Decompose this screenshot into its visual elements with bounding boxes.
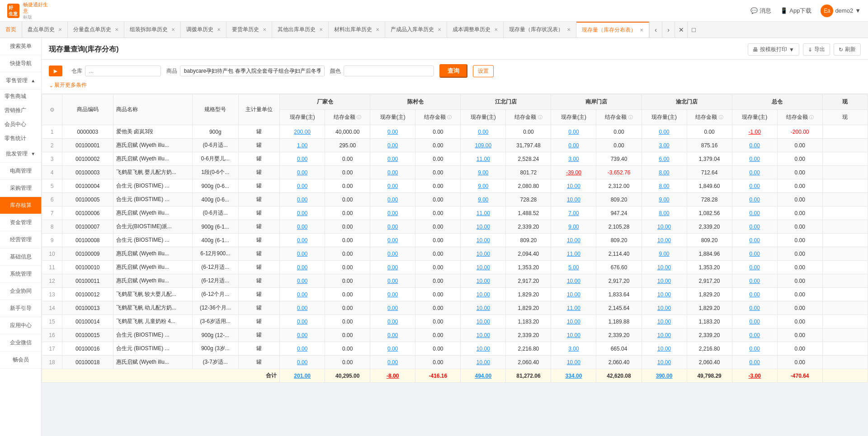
row-f-stock[interactable]: 0.00 xyxy=(280,342,325,356)
row-t-stock[interactable]: 0.00 xyxy=(732,152,777,166)
info-icon[interactable]: ⓘ xyxy=(719,115,723,120)
row-yb-stock[interactable]: 10.00 xyxy=(642,342,687,356)
row-f-stock[interactable]: 0.00 xyxy=(280,288,325,301)
info-icon[interactable]: ⓘ xyxy=(809,115,814,120)
row-t-stock[interactable]: 0.00 xyxy=(732,301,777,315)
info-icon[interactable]: ⓘ xyxy=(447,115,452,120)
row-t-stock[interactable]: 0.00 xyxy=(732,356,777,369)
tab-3[interactable]: 组装拆卸单历史 ✕ xyxy=(124,22,181,38)
tab-close-all-btn[interactable]: ✕ xyxy=(675,22,687,38)
row-c-stock[interactable]: 0.00 xyxy=(370,274,415,288)
tab-close-icon[interactable]: ✕ xyxy=(58,27,62,32)
tab-close-icon[interactable]: ✕ xyxy=(494,27,498,32)
sidebar-item-search[interactable]: 搜索英单 xyxy=(0,38,41,55)
tab-close-icon[interactable]: ✕ xyxy=(640,28,643,33)
row-na-stock[interactable]: 5.00 xyxy=(551,261,596,274)
row-jb-stock[interactable]: 10.00 xyxy=(461,315,506,328)
row-jb-stock[interactable]: 0.00 xyxy=(461,125,506,139)
color-input[interactable] xyxy=(344,66,434,76)
row-c-stock[interactable]: 0.00 xyxy=(370,288,415,301)
row-t-stock[interactable]: 0.00 xyxy=(732,315,777,328)
row-jb-stock[interactable]: 10.00 xyxy=(461,220,506,234)
row-yb-stock[interactable]: 0.00 xyxy=(642,125,687,139)
summary-na-stock[interactable]: 334.00 xyxy=(551,369,596,383)
row-f-stock[interactable]: 1.00 xyxy=(280,139,325,152)
sidebar-item-ecommerce[interactable]: 电商管理 xyxy=(0,163,41,180)
row-c-stock[interactable]: 0.00 xyxy=(370,315,415,328)
row-yb-stock[interactable]: 9.00 xyxy=(642,193,687,206)
setting-btn[interactable]: 设置 xyxy=(473,65,494,77)
summary-c-stock[interactable]: -8.00 xyxy=(370,369,415,383)
row-t-stock[interactable]: 0.00 xyxy=(732,234,777,247)
tab-7[interactable]: 材料出库单历史 ✕ xyxy=(329,22,385,38)
tab-2[interactable]: 分量盘点单历史 ✕ xyxy=(68,22,124,38)
row-jb-stock[interactable]: 10.00 xyxy=(461,261,506,274)
summary-t-stock[interactable]: -3.00 xyxy=(732,369,777,383)
sidebar-item-system[interactable]: 系统管理 xyxy=(0,266,41,283)
row-na-stock[interactable]: 11.00 xyxy=(551,247,596,261)
row-c-stock[interactable]: 0.00 xyxy=(370,193,415,206)
tab-close-icon[interactable]: ✕ xyxy=(319,27,323,32)
row-c-stock[interactable]: 0.00 xyxy=(370,166,415,179)
sidebar-item-nav[interactable]: 快捷导航 xyxy=(0,55,41,72)
row-t-stock[interactable]: 0.00 xyxy=(732,328,777,342)
tab-close-icon[interactable]: ✕ xyxy=(567,27,571,32)
tab-close-icon[interactable]: ✕ xyxy=(263,27,266,32)
row-f-stock[interactable]: 0.00 xyxy=(280,152,325,166)
sidebar-item-retail-stat[interactable]: 零售统计 xyxy=(0,131,41,145)
row-jb-stock[interactable]: 10.00 xyxy=(461,356,506,369)
row-na-stock[interactable]: 10.00 xyxy=(551,234,596,247)
row-na-stock[interactable]: 10.00 xyxy=(551,274,596,288)
row-t-stock[interactable]: 0.00 xyxy=(732,166,777,179)
row-t-stock[interactable]: 0.00 xyxy=(732,139,777,152)
gear-icon[interactable]: ⚙ xyxy=(50,107,55,113)
row-jb-stock[interactable]: 9.00 xyxy=(461,179,506,193)
row-na-stock[interactable]: 10.00 xyxy=(551,179,596,193)
row-f-stock[interactable]: 0.00 xyxy=(280,261,325,274)
row-c-stock[interactable]: 0.00 xyxy=(370,206,415,220)
sidebar-item-basic[interactable]: 基础信息 xyxy=(0,248,41,266)
expand-collapse-btn[interactable]: ► xyxy=(49,66,62,76)
tab-close-icon[interactable]: ✕ xyxy=(115,27,118,32)
row-c-stock[interactable]: 0.00 xyxy=(370,220,415,234)
row-t-stock[interactable]: -1.00 xyxy=(732,125,777,139)
sidebar-item-guide[interactable]: 新手引导 xyxy=(0,300,41,317)
row-f-stock[interactable]: 0.00 xyxy=(280,234,325,247)
info-icon[interactable]: ⓘ xyxy=(628,115,633,120)
row-na-stock[interactable]: 7.00 xyxy=(551,206,596,220)
sidebar-item-operation[interactable]: 经营管理 xyxy=(0,231,41,248)
row-yb-stock[interactable]: 8.00 xyxy=(642,179,687,193)
row-jb-stock[interactable]: 10.00 xyxy=(461,301,506,315)
sidebar-item-retail-mgmt[interactable]: 零售管理 ▲ xyxy=(0,72,41,89)
print-btn[interactable]: 🖶 按模板打印 ▼ xyxy=(748,43,799,56)
tab-11[interactable]: 现存量（库存分布表）✕ xyxy=(576,22,649,38)
sidebar-item-member2[interactable]: 畅会员 xyxy=(0,352,41,369)
tab-10[interactable]: 现存量（库存状况表）✕ xyxy=(504,22,576,38)
tab-home[interactable]: 首页 xyxy=(0,22,22,38)
row-jb-stock[interactable]: 11.00 xyxy=(461,206,506,220)
row-jb-stock[interactable]: 9.00 xyxy=(461,193,506,206)
info-icon[interactable]: ⓘ xyxy=(538,115,542,120)
sidebar-item-marketing[interactable]: 营销推广 xyxy=(0,103,41,117)
row-yb-stock[interactable]: 6.00 xyxy=(642,152,687,166)
row-na-stock[interactable]: 0.00 xyxy=(551,139,596,152)
row-na-stock[interactable]: -39.00 xyxy=(551,166,596,179)
row-f-stock[interactable]: 0.00 xyxy=(280,220,325,234)
row-jb-stock[interactable]: 10.00 xyxy=(461,342,506,356)
info-icon[interactable]: ⓘ xyxy=(357,115,361,120)
row-na-stock[interactable]: 10.00 xyxy=(551,356,596,369)
row-na-stock[interactable]: 10.00 xyxy=(551,315,596,328)
row-jb-stock[interactable]: 109.00 xyxy=(461,139,506,152)
row-yb-stock[interactable]: 3.00 xyxy=(642,139,687,152)
sidebar-item-apps[interactable]: 应用中心 xyxy=(0,317,41,334)
tab-1[interactable]: 盘点单历史 ✕ xyxy=(22,22,68,38)
row-f-stock[interactable]: 0.00 xyxy=(280,247,325,261)
row-c-stock[interactable]: 0.00 xyxy=(370,328,415,342)
row-t-stock[interactable]: 0.00 xyxy=(732,261,777,274)
row-yb-stock[interactable]: 10.00 xyxy=(642,301,687,315)
sidebar-item-finance[interactable]: 资金管理 xyxy=(0,214,41,231)
row-c-stock[interactable]: 0.00 xyxy=(370,247,415,261)
row-na-stock[interactable]: 3.00 xyxy=(551,152,596,166)
row-jb-stock[interactable]: 10.00 xyxy=(461,274,506,288)
tab-next-btn[interactable]: › xyxy=(662,22,675,38)
